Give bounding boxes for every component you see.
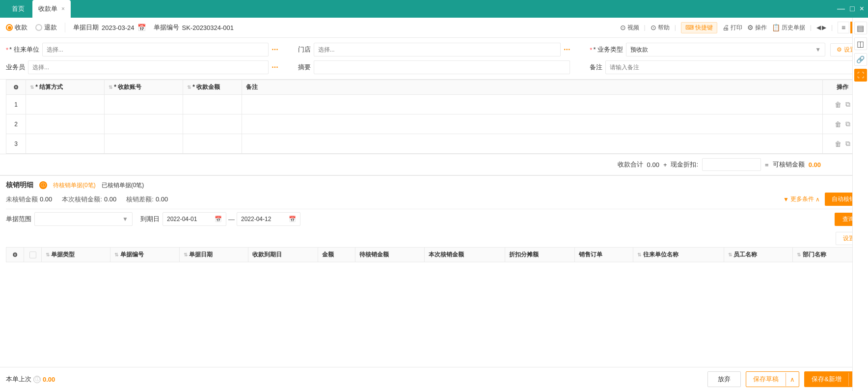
counterpart-input[interactable] <box>42 43 269 56</box>
print-btn[interactable]: 🖨 打印 <box>722 24 742 32</box>
more-filter-btn[interactable]: ▼ 更多条件 ∧ <box>783 195 820 203</box>
more-filter-label: 更多条件 <box>790 195 814 203</box>
discard-label: 放弃 <box>718 375 731 383</box>
ops-label: 操作 <box>755 24 767 32</box>
sort-icon-num: ⇅ <box>114 252 118 257</box>
diff-value: 0.00 <box>156 196 168 203</box>
row2-copy-btn[interactable]: ⧉ <box>845 120 850 128</box>
row3-delete-btn[interactable]: 🗑 <box>835 140 841 148</box>
sub-th-setting[interactable]: ⚙ <box>6 248 24 262</box>
tab-active[interactable]: 收款单 × <box>32 0 71 18</box>
range-select[interactable]: ▼ <box>34 212 133 226</box>
plus-sign: + <box>663 161 667 168</box>
due-to-date[interactable]: 2022-04-12 📅 <box>237 212 300 226</box>
current-value: 0.00 <box>104 196 116 203</box>
help-btn[interactable]: ⊙ 帮助 <box>651 24 670 32</box>
discount-input[interactable] <box>702 158 761 171</box>
th-amount-label: * 收款金额 <box>192 84 220 90</box>
cal-icon[interactable]: 📅 <box>137 24 146 31</box>
window-min-btn[interactable]: — <box>837 4 845 13</box>
shortcut-btn[interactable]: ⌨ 快捷键 <box>681 22 717 33</box>
date-value: 2023-03-24 <box>102 24 135 31</box>
date-range-dash: — <box>228 216 235 223</box>
row3-copy-btn[interactable]: ⧉ <box>845 140 850 148</box>
diff-label: 核销差额: <box>126 195 154 204</box>
tab-home-label: 首页 <box>12 4 25 13</box>
done-tab-link[interactable]: 已核销单据(0笔) <box>102 181 144 190</box>
auto-btn-label: 自动核销 <box>832 196 855 202</box>
staff-more-btn[interactable]: ··· <box>271 63 278 72</box>
sub-th-date-label: 单据日期 <box>189 251 213 258</box>
counterpart-more-btn[interactable]: ··· <box>271 45 278 54</box>
sub-th-partner-label: 往来单位名称 <box>643 251 678 258</box>
due-from-value: 2022-04-01 <box>167 216 215 223</box>
unchecked-label: 未核销金额 <box>6 195 38 204</box>
right-panel-btn4[interactable]: ⛶ <box>854 69 867 82</box>
store-input[interactable] <box>314 43 561 56</box>
due-from-date[interactable]: 2022-04-01 📅 <box>163 212 226 226</box>
range-label: 单据范围 <box>6 215 31 223</box>
staff-input[interactable] <box>28 60 269 74</box>
sub-th-type: ⇅ 单据类型 <box>42 248 110 262</box>
prev-label: 本单上次 <box>6 375 31 384</box>
sub-th-current-label: 本次核销金额 <box>429 251 464 258</box>
sort-icon-dept: ⇅ <box>797 252 801 257</box>
tab-active-label: 收款单 <box>38 4 57 13</box>
store-label: 门店 <box>298 45 311 54</box>
chevron-up-icon: ∧ <box>815 196 820 203</box>
table-row: 3 🗑 ⧉ <box>6 134 862 154</box>
sub-setting-icon: ⚙ <box>12 251 18 258</box>
total-value: 0.00 <box>647 161 659 168</box>
history-btn[interactable]: 📋 历史单据 <box>772 24 805 32</box>
reconcile-info-icon[interactable]: ⓘ <box>39 181 47 189</box>
th-amount: ⇅ * 收款金额 <box>183 80 242 95</box>
th-account: ⇅ * 收款账号 <box>105 80 183 95</box>
biz-type-select[interactable]: 预收款 ▼ <box>626 43 825 56</box>
row2-delete-btn[interactable]: 🗑 <box>835 120 841 128</box>
checkbox-all[interactable] <box>29 251 36 258</box>
nav-next-btn[interactable]: ▶ <box>822 24 826 31</box>
draft-arrow-icon[interactable]: ∧ <box>786 373 799 386</box>
video-btn[interactable]: ⊙ 视频 <box>620 24 639 32</box>
biz-type-value: 预收款 <box>630 46 648 54</box>
bottom-info-icon[interactable]: ⓘ <box>33 376 41 383</box>
th-note-label: 备注 <box>246 84 258 90</box>
summary-input[interactable] <box>314 60 570 74</box>
print-label: 打印 <box>731 24 742 32</box>
net-label: 可核销金额 <box>773 160 805 169</box>
unchecked-value: 0.00 <box>40 196 52 203</box>
due-to-value: 2022-04-12 <box>241 216 289 223</box>
due-label: 到期日 <box>140 215 160 223</box>
tab-home[interactable]: 首页 <box>4 0 32 18</box>
store-more-btn[interactable]: ··· <box>564 45 570 54</box>
history-label: 历史单据 <box>782 24 805 32</box>
row1-delete-btn[interactable]: 🗑 <box>835 101 841 109</box>
tab-close-icon[interactable]: × <box>61 5 65 12</box>
th-note: 备注 <box>242 80 823 95</box>
sub-th-check[interactable] <box>24 248 42 262</box>
nav-prev-btn[interactable]: ◀ <box>816 24 821 31</box>
draft-main-label: 保存草稿 <box>746 372 786 387</box>
main-table: ⚙ ⇅ * 结算方式 ⇅ * 收款账号 ⇅ * 收款金额 <box>6 80 862 154</box>
row1-copy-btn[interactable]: ⧉ <box>845 100 850 109</box>
filter-icon: ▼ <box>783 196 789 203</box>
window-close-btn[interactable]: × <box>860 4 864 13</box>
sub-th-pending: 待核销金额 <box>355 248 425 262</box>
sort-icon3: ⇅ <box>187 84 191 90</box>
sub-th-due-label: 收款到期日 <box>252 251 282 258</box>
radio-refund[interactable]: 退款 <box>35 23 57 32</box>
th-setting[interactable]: ⚙ <box>6 80 26 95</box>
video-label: 视频 <box>627 24 639 32</box>
right-panel-btn2[interactable]: ◫ <box>854 37 867 50</box>
window-max-btn[interactable]: □ <box>850 4 855 13</box>
right-panel-btn3[interactable]: 🔗 <box>854 53 867 66</box>
draft-btn[interactable]: 保存草稿 ∧ <box>746 371 799 387</box>
th-settle: ⇅ * 结算方式 <box>26 80 105 95</box>
right-panel-btn1[interactable]: ▤ <box>854 22 867 34</box>
pending-tab-link[interactable]: 待核销单据(0笔) <box>53 181 96 190</box>
radio-receive[interactable]: 收款 <box>6 23 27 32</box>
note-input[interactable] <box>605 60 862 74</box>
view-list-btn[interactable]: ≡ <box>838 22 849 33</box>
ops-btn[interactable]: ⚙ 操作 <box>747 24 767 32</box>
discard-btn[interactable]: 放弃 <box>707 371 741 387</box>
